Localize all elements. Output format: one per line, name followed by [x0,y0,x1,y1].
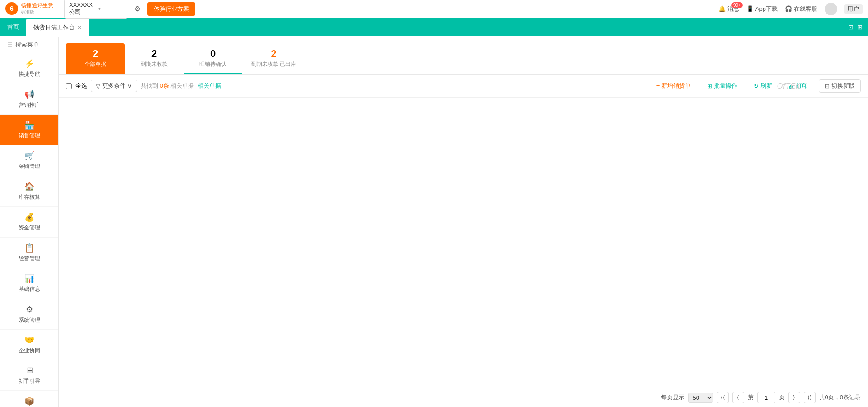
switch-new-button[interactable]: ⊡ 切换新版 [819,79,861,93]
sidebar-marketing-label: 营销推广 [19,101,40,109]
sidebar-operations-label: 经营管理 [19,255,40,262]
sidebar-item-marketing[interactable]: 📢 营销推广 [0,84,58,115]
appcenter-icon: 📦 [24,396,34,406]
chevron-down-icon: ▼ [97,6,123,11]
summary-card-all[interactable]: 2 全部单据 [66,43,125,74]
sidebar-item-inventory[interactable]: 🏠 库存核算 [0,176,58,207]
tab-workbench[interactable]: 钱货日清工作台 ✕ [26,19,89,37]
sidebar-item-basicinfo[interactable]: 📊 基础信息 [0,268,58,299]
found-text: 共找到 0条 相关单据 [141,82,194,90]
found-prefix: 共找到 [141,82,158,89]
trial-button[interactable]: 体验行业方案 [147,2,195,16]
refresh-label: 刷新 [760,82,772,90]
sidebar-item-capital[interactable]: 💰 资金管理 [0,207,58,238]
select-all-checkbox[interactable] [66,83,72,89]
shipped-label: 到期未收款 已出库 [251,61,296,68]
sidebar-item-enterprise[interactable]: 🤝 企业协同 [0,330,58,360]
sidebar-basicinfo-label: 基础信息 [19,285,40,293]
user-name[interactable]: 用户 [844,4,863,14]
online-service-button[interactable]: 🎧 在线客服 [785,5,817,13]
first-page-button[interactable]: ⟨⟨ [717,392,729,403]
batch-ops-button[interactable]: ⊞ 批量操作 [702,80,743,92]
gear-icon: ⚙ [134,5,141,13]
new-order-button[interactable]: + 新增销货单 [651,80,696,92]
related-orders-button[interactable]: 相关单据 [198,82,221,90]
overdue-label: 到期未收款 [134,61,175,68]
messages-button[interactable]: 🔔 消息 99+ [718,5,739,13]
minimize-icon[interactable]: ⊡ [848,23,854,31]
sidebar: ☰ 搜索菜单 ⚡ 快捷导航 📢 营销推广 🏪 销售管理 🛒 采购管理 🏠 库存核… [0,36,59,407]
last-page-button[interactable]: ⟩⟩ [804,392,816,403]
more-filters-label: 更多条件 [102,82,126,90]
total-records: 共0页，0条记录 [819,393,861,402]
company-selector[interactable]: XXXXXX公司 ▼ [64,0,127,19]
page-suffix: 页 [779,393,785,402]
maximize-icon[interactable]: ⊞ [857,23,863,31]
logo-text: 畅捷通好生意 [21,2,53,9]
settings-button[interactable]: ⚙ [131,3,144,15]
logo-sub: 标准版 [21,9,53,15]
wangpu-label: 旺铺待确认 [193,61,233,68]
avatar[interactable] [825,3,837,15]
bell-icon: 🔔 [718,5,726,12]
close-icon[interactable]: ✕ [77,24,82,31]
select-all-label: 全选 [75,82,87,90]
sidebar-item-quicknav[interactable]: ⚡ 快捷导航 [0,53,58,84]
table-area [59,98,868,388]
all-count: 2 [75,48,116,60]
prev-page-button[interactable]: ⟨ [732,392,744,403]
switch-icon: ⊡ [825,83,830,89]
main-content: 2 全部单据 2 到期未收款 0 旺铺待确认 2 到期未收款 已出库 全选 [59,36,868,407]
often-watermark: OfTEn [777,82,800,90]
headset-icon: 🎧 [785,5,792,12]
search-menu-label: 搜索菜单 [15,41,39,49]
sidebar-item-purchase[interactable]: 🛒 采购管理 [0,145,58,176]
company-name: XXXXXX公司 [69,1,94,16]
quicknav-icon: ⚡ [24,59,34,69]
summary-card-shipped[interactable]: 2 到期未收款 已出库 [242,43,305,74]
online-service-label: 在线客服 [794,5,817,13]
guide-icon: 🖥 [25,366,33,375]
logo-area: 6 畅捷通好生意 标准版 [5,2,64,15]
sidebar-system-label: 系统管理 [19,316,40,324]
app-download-label: App下载 [755,5,778,13]
sidebar-item-guide[interactable]: 🖥 新手引导 [0,360,58,391]
operations-icon: 📋 [24,243,34,253]
sidebar-item-system[interactable]: ⚙ 系统管理 [0,299,58,330]
capital-icon: 💰 [24,212,34,222]
tab-home[interactable]: 首页 [0,18,26,36]
sidebar-item-appcenter[interactable]: 📦 应用中心 [0,391,58,407]
summary-cards: 2 全部单据 2 到期未收款 0 旺铺待确认 2 到期未收款 已出库 [59,36,868,75]
top-right-area: 🔔 消息 99+ 📱 App下载 🎧 在线客服 用户 [718,3,863,15]
nav-tab-actions: ⊡ ⊞ [848,23,868,31]
sidebar-purchase-label: 采购管理 [19,163,40,170]
found-suffix: 相关单据 [170,82,194,89]
more-filters-button[interactable]: ▽ 更多条件 ∨ [91,80,137,92]
summary-card-wangpu[interactable]: 0 旺铺待确认 [184,43,242,74]
next-page-button[interactable]: ⟩ [788,392,800,403]
messages-badge: 99+ [731,2,743,8]
sidebar-item-sales[interactable]: 🏪 销售管理 [0,115,58,145]
batch-label: 批量操作 [714,82,737,90]
toolbar-left: 全选 ▽ 更多条件 ∨ 共找到 0条 相关单据 相关单据 [66,80,646,92]
sidebar-item-search[interactable]: ☰ 搜索菜单 [0,36,58,53]
shipped-count: 2 [251,48,296,60]
app-download-button[interactable]: 📱 App下载 [746,5,778,13]
tab-workbench-label: 钱货日清工作台 [33,23,75,32]
per-page-select[interactable]: 50 20 100 [688,393,713,403]
system-icon: ⚙ [26,304,33,314]
page-number-input[interactable] [757,392,775,403]
sidebar-sales-label: 销售管理 [19,132,40,140]
toolbar: 全选 ▽ 更多条件 ∨ 共找到 0条 相关单据 相关单据 + 新增销货单 ⊞ 批… [59,75,868,98]
content-inner: 2 全部单据 2 到期未收款 0 旺铺待确认 2 到期未收款 已出库 全选 [59,36,868,407]
filter-icon: ▽ [96,83,100,89]
page-label: 第 [748,393,754,402]
summary-card-overdue[interactable]: 2 到期未收款 [125,43,184,74]
pagination: 每页显示 50 20 100 ⟨⟨ ⟨ 第 页 ⟩ ⟩⟩ 共0页，0条记录 [59,388,868,407]
sidebar-capital-label: 资金管理 [19,224,40,232]
sidebar-item-operations[interactable]: 📋 经营管理 [0,238,58,268]
logo-icon: 6 [5,2,18,15]
refresh-button[interactable]: ↻ 刷新 [748,80,778,92]
sidebar-guide-label: 新手引导 [19,377,40,385]
per-page-label: 每页显示 [661,393,684,402]
